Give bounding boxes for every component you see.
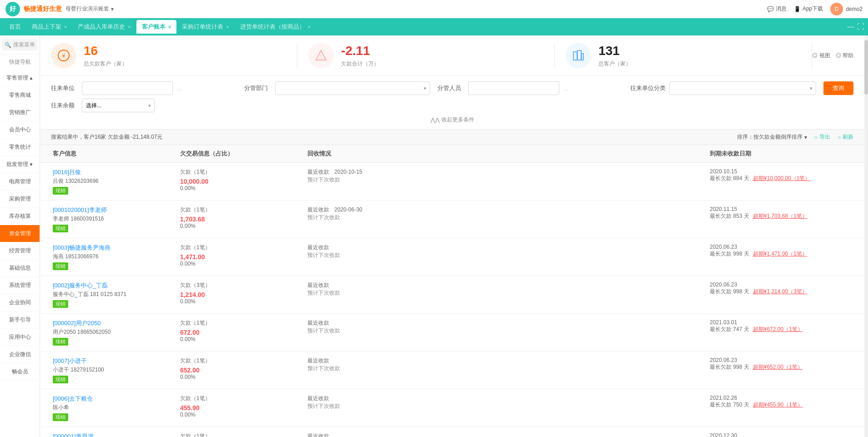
- cell-customer-5: [0007]小迸干 小迸干 18279152100 现销: [51, 357, 178, 383]
- minimize-icon[interactable]: —: [847, 23, 854, 31]
- sidebar-item-batch-mgmt[interactable]: 批发管理 ▼: [0, 156, 40, 173]
- refresh-btn[interactable]: ○ 刷新: [838, 133, 853, 141]
- customer-phone-5: 小迸干 18279152100: [53, 366, 176, 374]
- filter-manager-dots[interactable]: ...: [563, 85, 568, 92]
- tab-home[interactable]: 首页: [4, 20, 26, 34]
- tag-present-0: 现销: [53, 187, 68, 195]
- sidebar-item-retail-mgmt[interactable]: 零售管理 ▲: [0, 70, 40, 87]
- sidebar-item-new-guide[interactable]: 新手引导: [0, 311, 40, 329]
- cell-recovery-6: 最近收款 预计下次收款: [306, 395, 708, 421]
- sidebar-item-marketing[interactable]: 营销推广: [0, 104, 40, 121]
- debt-amount-3[interactable]: 1,214.00: [180, 291, 304, 298]
- last-payment-5: 最近收款: [307, 357, 706, 365]
- right-scrollbar[interactable]: [864, 35, 868, 437]
- sidebar-item-inventory-check[interactable]: 库存核算: [0, 208, 40, 225]
- app-download-btn[interactable]: 📱 App下载: [794, 5, 823, 13]
- filter-manager-input[interactable]: [468, 81, 559, 95]
- next-payment-4: 预计下次收款: [307, 327, 706, 335]
- tab-customer-account-close[interactable]: ×: [168, 24, 171, 30]
- filter-unit-category-label: 往来单位分类: [630, 84, 666, 92]
- export-btn[interactable]: ○ 导出: [814, 133, 830, 141]
- tab-production-history-close[interactable]: ×: [128, 24, 130, 30]
- stat-debt-customers-content: 16 总欠款客户（家）: [84, 44, 286, 68]
- customer-name-7[interactable]: [000001]黄思源: [53, 433, 94, 437]
- filter-unit-category: 往来单位分类: [630, 81, 816, 95]
- filter-source-unit-dots[interactable]: ...: [176, 85, 182, 92]
- overdue-link-1[interactable]: 超期¥1,703.68（1笔）: [753, 212, 808, 220]
- tab-product-status[interactable]: 商品上下架 ×: [26, 20, 72, 34]
- export-icon: ○: [814, 134, 818, 141]
- debt-amount-1[interactable]: 1,703.68: [180, 216, 304, 223]
- sidebar-search-box[interactable]: 🔍 搜索菜单: [2, 39, 38, 50]
- sidebar-item-retail-stats[interactable]: 零售统计: [0, 139, 40, 156]
- sidebar-item-purchase-mgmt[interactable]: 采购管理: [0, 191, 40, 208]
- filter-dept-label: 分管部门: [244, 84, 271, 92]
- cell-customer-7: [000001]黄思源 黄思源 13552700226 现销: [51, 432, 178, 437]
- tab-product-status-close[interactable]: ×: [64, 24, 67, 30]
- customer-name-4[interactable]: [000002]用户2050: [53, 320, 101, 326]
- maximize-icon[interactable]: ⛶: [857, 23, 864, 31]
- cell-debt-6: 欠款（1笔） 455.90 0.00%: [178, 395, 306, 421]
- cell-debt-1: 欠款（1笔） 1,703.68 0.00%: [178, 206, 306, 232]
- result-bar: 搜索结果中，客户16家 欠款金额 -21,148.07元 排序：按欠款金额倒序排…: [40, 130, 864, 145]
- collapse-filter-btn[interactable]: ⋀⋀ 收起更多条件: [51, 116, 853, 124]
- tab-purchase-order-summary-close[interactable]: ×: [226, 24, 229, 30]
- filter-source-unit-input[interactable]: [82, 81, 173, 95]
- overdue-link-2[interactable]: 超期¥1,471.00（1笔）: [753, 250, 808, 258]
- tab-customer-account[interactable]: 客户账本 ×: [136, 20, 176, 34]
- customer-name-0[interactable]: [0016]吕俊: [53, 169, 81, 176]
- help-btn[interactable]: ◎ 帮助: [836, 52, 853, 60]
- customer-name-5[interactable]: [0007]小迸干: [53, 357, 87, 364]
- overdue-link-3[interactable]: 超期¥1,214.00（3笔）: [753, 288, 808, 296]
- sidebar-item-enterprise-wechat[interactable]: 企业微信: [0, 346, 40, 363]
- tab-purchase-summary-by-product[interactable]: 进货单统计表（按商品） ×: [235, 20, 316, 34]
- tab-purchase-summary-by-product-close[interactable]: ×: [308, 24, 311, 30]
- debt-percent-6: 0.00%: [180, 412, 304, 418]
- filter-row-2: 往来余额 选择...: [51, 99, 853, 112]
- cell-customer-3: [0002]服务中心_丁磊 服务中心_丁磊 181 0125 8371 现销: [51, 281, 178, 308]
- overdue-link-6[interactable]: 超期¥455.90（1笔）: [753, 401, 803, 409]
- sidebar-item-retail-store[interactable]: 零售商城: [0, 87, 40, 104]
- scrollbar-thumb[interactable]: [864, 40, 868, 95]
- sidebar-item-ecommerce-mgmt[interactable]: 电商管理: [0, 173, 40, 191]
- debt-amount-6[interactable]: 455.90: [180, 404, 304, 412]
- overdue-link-4[interactable]: 超期¥672.00（1笔）: [753, 326, 803, 333]
- customer-name-6[interactable]: [0006]去下粮仓: [53, 395, 93, 402]
- filter-balance-select[interactable]: 选择...: [82, 99, 155, 112]
- customer-name-2[interactable]: [0003]畅捷服务尹海燕: [53, 244, 110, 251]
- view-btn[interactable]: ◎ 视图: [812, 52, 830, 60]
- sidebar-item-member-center[interactable]: 会员中心: [0, 121, 40, 139]
- filter-unit-category-select[interactable]: [669, 81, 816, 95]
- sidebar-item-vip-member[interactable]: 畅会员: [0, 363, 40, 381]
- sidebar-item-system-mgmt[interactable]: 系统管理: [0, 277, 40, 294]
- search-button[interactable]: 查询: [823, 81, 853, 95]
- message-btn[interactable]: 💬 消息: [767, 5, 787, 13]
- sidebar-item-enterprise-collab[interactable]: 企业协同: [0, 294, 40, 311]
- debt-amount-5[interactable]: 652.00: [180, 367, 304, 374]
- overdue-link-0[interactable]: 超期¥10,000.00（1笔）: [753, 175, 811, 182]
- sidebar-item-capital-mgmt[interactable]: 资金管理: [0, 225, 40, 242]
- svg-rect-5: [577, 50, 581, 60]
- tab-bar-controls[interactable]: — ⛶: [847, 23, 864, 31]
- debt-amount-2[interactable]: 1,471.00: [180, 253, 304, 261]
- debt-amount-4[interactable]: 672.00: [180, 329, 304, 336]
- customer-name-1[interactable]: [0001020001]李老师: [53, 206, 107, 213]
- tab-purchase-order-summary[interactable]: 采购订单统计表 ×: [176, 20, 234, 34]
- sidebar-item-basic-info[interactable]: 基础信息: [0, 260, 40, 277]
- debt-amount-0[interactable]: 10,000.00: [180, 178, 304, 185]
- cell-due-4: 2021.03.01 最长欠款 747 天 超期¥672.00（1笔）: [708, 319, 853, 346]
- filter-dept-select[interactable]: [275, 81, 430, 95]
- tab-production-history[interactable]: 产成品入库单历史 ×: [72, 20, 136, 34]
- cell-customer-2: [0003]畅捷服务尹海燕 海燕 18513066976 现销: [51, 244, 178, 270]
- table-row: [0006]去下粮仓 陈小希 现销 欠款（1笔） 455.90 0.00% 最近…: [40, 389, 864, 427]
- user-area[interactable]: D demo2: [830, 3, 863, 15]
- customer-name-3[interactable]: [0002]服务中心_丁磊: [53, 282, 108, 289]
- customer-phone-4: 用户2050 18665062050: [53, 328, 176, 336]
- due-date-3: 2020.06.23: [710, 281, 852, 288]
- sort-select[interactable]: 排序：按欠款金额倒序排序 ▾: [737, 133, 807, 141]
- store-selector[interactable]: 母婴行业演示账套 ▾: [65, 5, 114, 13]
- sidebar-item-operations-mgmt[interactable]: 经营管理: [0, 242, 40, 260]
- top-header: 好 畅捷通好生意 母婴行业演示账套 ▾ 💬 消息 📱 App下载 D demo2: [0, 0, 868, 18]
- overdue-link-5[interactable]: 超期¥652.00（1笔）: [753, 363, 803, 371]
- sidebar-item-app-center[interactable]: 应用中心: [0, 329, 40, 346]
